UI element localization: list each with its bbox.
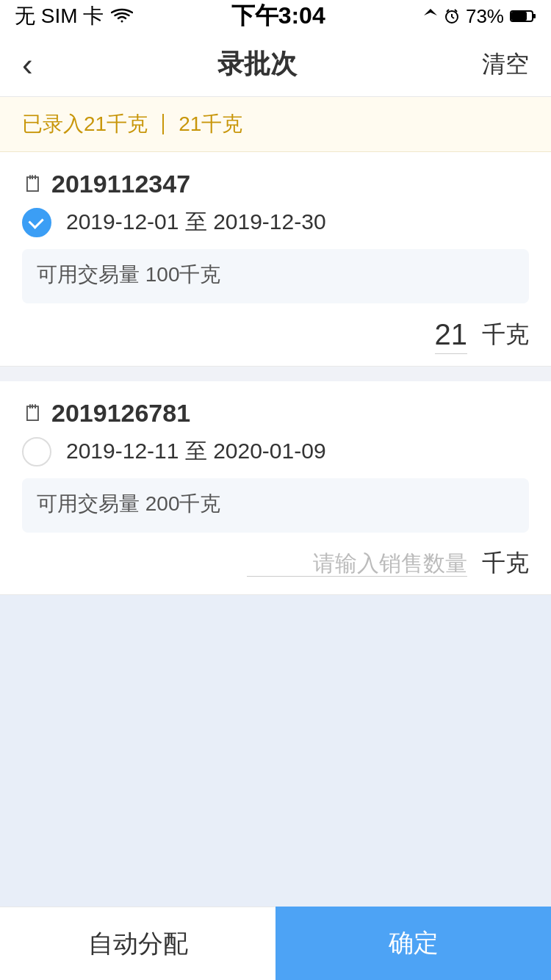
batch-1-quantity-row: 21 千克	[0, 303, 551, 367]
blue-area	[0, 595, 551, 948]
batch-2-header: 🗒 2019126781	[22, 399, 529, 428]
batch-1-header: 🗒 2019112347	[22, 170, 529, 198]
auto-distribute-button[interactable]: 自动分配	[0, 907, 276, 980]
confirm-button[interactable]: 确定	[276, 907, 551, 980]
batch-2-input-row: 千克	[0, 533, 551, 595]
svg-rect-6	[533, 14, 536, 18]
svg-rect-7	[511, 12, 527, 21]
summary-bar: 已录入21千克 21千克	[0, 97, 551, 152]
page-title: 录批次	[217, 46, 297, 82]
batch-1-quantity-value[interactable]: 21	[435, 318, 468, 351]
location-icon	[423, 8, 438, 24]
status-right: 73%	[423, 5, 536, 28]
batch-2-available: 可用交易量 200千克	[22, 478, 529, 533]
batch-2-radio[interactable]	[22, 437, 51, 466]
batch-1-radio[interactable]	[22, 208, 51, 237]
batch-2-date-row: 2019-12-11 至 2020-01-09	[22, 436, 529, 466]
wifi-icon	[111, 8, 133, 24]
batch-2-card: 🗒 2019126781 2019-12-11 至 2020-01-09 可用交…	[0, 381, 551, 533]
batch-1-quantity-unit: 千克	[482, 319, 529, 351]
batch-1-available: 可用交易量 100千克	[22, 249, 529, 303]
batch-2-icon: 🗒	[22, 401, 44, 426]
battery-icon	[510, 10, 536, 23]
batch-1-card: 🗒 2019112347 2019-12-01 至 2019-12-30 可用交…	[0, 152, 551, 303]
batch-2-unit: 千克	[482, 547, 529, 580]
alarm-icon	[444, 8, 460, 24]
back-button[interactable]: ‹	[22, 48, 33, 81]
total-label: 21千克	[179, 110, 242, 138]
batch-2-date: 2019-12-11 至 2020-01-09	[66, 436, 326, 466]
batch-1-date-row: 2019-12-01 至 2019-12-30	[22, 207, 529, 237]
batch-2-quantity-input[interactable]	[247, 551, 467, 577]
status-bar: 无 SIM 卡 下午3:04 73%	[0, 0, 551, 32]
batch-1-id: 2019112347	[51, 170, 190, 198]
batch-2-id: 2019126781	[51, 399, 190, 428]
battery-percent: 73%	[466, 5, 504, 28]
bottom-bar: 自动分配 确定	[0, 907, 551, 980]
recorded-label: 已录入21千克	[22, 110, 148, 138]
section-gap	[0, 367, 551, 381]
status-time: 下午3:04	[231, 0, 325, 32]
svg-line-2	[452, 17, 454, 18]
batch-1-date: 2019-12-01 至 2019-12-30	[66, 207, 326, 237]
nav-bar: ‹ 录批次 清空	[0, 32, 551, 97]
no-sim-text: 无 SIM 卡	[15, 2, 104, 30]
summary-divider	[162, 114, 164, 134]
clear-button[interactable]: 清空	[482, 48, 529, 81]
status-left: 无 SIM 卡	[15, 2, 133, 30]
batch-1-icon: 🗒	[22, 172, 44, 197]
